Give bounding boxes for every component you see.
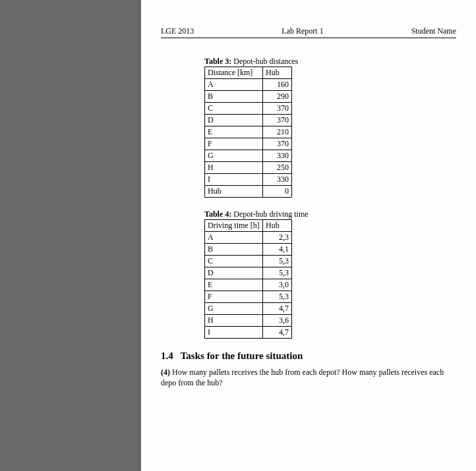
table-row: E210: [205, 126, 292, 138]
table-row: D370: [205, 115, 292, 126]
table3-col2-header: Hub: [263, 67, 292, 79]
table-row: A160: [205, 79, 292, 91]
row-label: G: [205, 303, 263, 315]
row-label: C: [205, 256, 263, 267]
question-text: How many pallets receives the hub from e…: [161, 368, 444, 387]
row-label: E: [205, 126, 263, 138]
row-value: 370: [263, 115, 292, 126]
row-value: 4,7: [263, 303, 292, 315]
row-value: 3,0: [263, 279, 292, 291]
row-value: 210: [263, 126, 292, 138]
row-label: I: [205, 174, 263, 186]
row-label: C: [205, 103, 263, 115]
row-label: G: [205, 150, 263, 162]
row-label: Hub: [205, 186, 263, 198]
row-value: 5,3: [263, 291, 292, 303]
row-value: 4,1: [263, 244, 292, 256]
row-value: 330: [263, 174, 292, 186]
row-label: F: [205, 138, 263, 150]
question-number: (4): [161, 368, 170, 377]
table3-caption-text: Depot-hub distances: [231, 57, 298, 66]
table3-caption: Table 3: Depot-hub distances: [204, 57, 456, 67]
table-row: F370: [205, 138, 292, 150]
table-row: F5,3: [205, 291, 292, 303]
section-heading: 1.4 Tasks for the future situation: [161, 350, 456, 362]
row-label: A: [205, 79, 263, 91]
header-center: Lab Report 1: [282, 26, 323, 36]
table-row: H3,6: [205, 315, 292, 327]
table-row: H250: [205, 162, 292, 174]
page-header: LGE 2013 Lab Report 1 Student Name: [161, 26, 456, 38]
row-value: 3,6: [263, 315, 292, 327]
row-value: 4,7: [263, 327, 292, 339]
table-row: A2,3: [205, 232, 292, 244]
row-value: 5,3: [263, 256, 292, 267]
header-right: Student Name: [411, 26, 456, 36]
table-row: G330: [205, 150, 292, 162]
table3-caption-label: Table 3:: [204, 57, 231, 66]
row-value: 5,3: [263, 267, 292, 279]
row-label: B: [205, 244, 263, 256]
viewer-sidebar: [0, 0, 141, 471]
row-value: 0: [263, 186, 292, 198]
table-row: I330: [205, 174, 292, 186]
table4-caption: Table 4: Depot-hub driving time: [204, 209, 456, 219]
row-label: I: [205, 327, 263, 339]
section-number: 1.4: [161, 350, 173, 361]
row-label: D: [205, 267, 263, 279]
table-row: I4,7: [205, 327, 292, 339]
row-label: E: [205, 279, 263, 291]
question-4: (4) How many pallets receives the hub fr…: [161, 367, 456, 388]
row-label: F: [205, 291, 263, 303]
table3: Distance [km] Hub A160B290C370D370E210F3…: [204, 67, 292, 198]
section-title: Tasks for the future situation: [181, 350, 303, 361]
row-value: 370: [263, 103, 292, 115]
header-left: LGE 2013: [161, 26, 194, 36]
row-value: 330: [263, 150, 292, 162]
row-value: 250: [263, 162, 292, 174]
table4: Driving time [h] Hub A2,3B4,1C5,3D5,3E3,…: [204, 219, 292, 339]
table-row: G4,7: [205, 303, 292, 315]
row-label: B: [205, 91, 263, 103]
row-label: D: [205, 115, 263, 126]
table-row: E3,0: [205, 279, 292, 291]
table-row: D5,3: [205, 267, 292, 279]
row-value: 370: [263, 138, 292, 150]
row-value: 2,3: [263, 232, 292, 244]
page-content: Table 3: Depot-hub distances Distance [k…: [161, 57, 456, 388]
table-row: C370: [205, 103, 292, 115]
row-label: A: [205, 232, 263, 244]
row-value: 290: [263, 91, 292, 103]
table-row: Hub0: [205, 186, 292, 198]
table4-caption-text: Depot-hub driving time: [231, 209, 308, 219]
document-page: LGE 2013 Lab Report 1 Student Name Table…: [141, 0, 476, 471]
row-label: H: [205, 162, 263, 174]
row-label: H: [205, 315, 263, 327]
table-row: B290: [205, 91, 292, 103]
row-value: 160: [263, 79, 292, 91]
table4-caption-label: Table 4:: [204, 209, 231, 219]
table4-col2-header: Hub: [263, 220, 292, 232]
table3-col1-header: Distance [km]: [205, 67, 263, 79]
table-row: C5,3: [205, 256, 292, 267]
table-row: B4,1: [205, 244, 292, 256]
table4-col1-header: Driving time [h]: [205, 220, 263, 232]
